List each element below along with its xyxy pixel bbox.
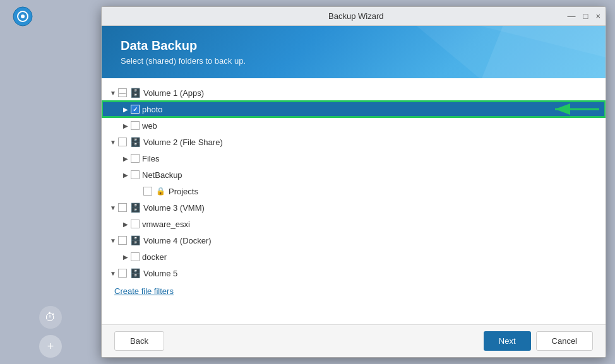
taskbar: ⏱ + (0, 0, 101, 364)
checkbox-netbackup[interactable] (131, 170, 140, 179)
checkbox-projects[interactable] (143, 187, 152, 196)
wizard-footer: Back Next Cancel (102, 324, 606, 357)
checkbox-vol3[interactable] (118, 203, 127, 212)
label-vol2: Volume 2 (File Share) (143, 138, 223, 147)
expander-vol5[interactable] (108, 268, 118, 278)
expander-web[interactable] (121, 120, 131, 131)
add-button[interactable]: + (39, 335, 62, 358)
label-netbackup: NetBackup (142, 170, 182, 180)
next-button[interactable]: Next (484, 331, 531, 351)
expander-vol4[interactable] (108, 235, 118, 245)
label-vmware: vmware_esxi (142, 220, 190, 229)
checkbox-docker[interactable] (131, 252, 140, 261)
tree-node-vol2: 🗄️ Volume 2 (File Share) (102, 134, 606, 150)
checkbox-photo[interactable] (131, 105, 140, 114)
green-arrow-annotation (546, 100, 602, 119)
cancel-button[interactable]: Cancel (536, 331, 593, 351)
label-vol1: Volume 1 (Apps) (143, 88, 204, 98)
create-file-filters-link[interactable]: Create file filters (102, 281, 606, 301)
expander-netbackup[interactable] (121, 170, 131, 180)
expander-photo[interactable] (121, 104, 131, 114)
label-projects: Projects (169, 187, 198, 196)
volume-icon-vol5: 🗄️ (129, 267, 141, 279)
volume-icon-vol2: 🗄️ (129, 136, 141, 148)
label-files: Files (142, 154, 159, 163)
close-button[interactable]: × (595, 11, 600, 21)
window-controls: — □ × (568, 11, 600, 21)
volume-icon-vol4: 🗄️ (129, 235, 141, 246)
label-photo: photo (142, 105, 163, 114)
minimize-button[interactable]: — (568, 11, 576, 21)
expander-files[interactable] (121, 153, 131, 163)
expander-vol3[interactable] (108, 203, 118, 213)
checkbox-vol4[interactable] (118, 236, 127, 245)
folder-tree[interactable]: 🗄️ Volume 1 (Apps) photo (102, 78, 606, 324)
footer-right-buttons: Next Cancel (484, 331, 593, 351)
back-button[interactable]: Back (114, 331, 164, 351)
tree-node-web[interactable]: web (102, 117, 606, 134)
tree-node-vol4: 🗄️ Volume 4 (Docker) (102, 232, 606, 249)
svg-marker-4 (480, 26, 606, 57)
expander-vmware[interactable] (121, 219, 131, 229)
history-button[interactable]: ⏱ (39, 306, 62, 329)
expander-vol2[interactable] (108, 137, 118, 147)
expander-docker[interactable] (121, 252, 131, 262)
tree-node-vmware[interactable]: vmware_esxi (102, 216, 606, 232)
wizard-header: Data Backup Select (shared) folders to b… (102, 26, 606, 78)
volume-icon-vol3: 🗄️ (129, 202, 141, 213)
tree-node-vol3: 🗄️ Volume 3 (VMM) (102, 199, 606, 216)
checkbox-vmware[interactable] (131, 220, 140, 228)
label-web: web (142, 121, 157, 131)
tree-node-photo[interactable]: photo (102, 101, 606, 117)
backup-wizard-window: Backup Wizard — □ × Data Backup Select (… (101, 6, 606, 358)
expander-vol1[interactable] (108, 88, 118, 98)
titlebar: Backup Wizard — □ × (102, 7, 606, 26)
checkbox-web[interactable] (131, 121, 140, 130)
tree-node-vol1: 🗄️ Volume 1 (Apps) (102, 85, 606, 101)
tree-node-files[interactable]: Files (102, 150, 606, 167)
wizard-title: Data Backup (121, 38, 587, 53)
checkbox-files[interactable] (131, 154, 140, 163)
label-vol3: Volume 3 (VMM) (143, 203, 205, 213)
tree-node-projects[interactable]: 🔒 Projects (102, 183, 606, 199)
checkbox-vol2[interactable] (118, 138, 127, 146)
checkbox-vol5[interactable] (118, 269, 127, 278)
tree-node-netbackup[interactable]: NetBackup (102, 167, 606, 183)
label-vol4: Volume 4 (Docker) (143, 236, 212, 245)
label-docker: docker (142, 252, 167, 262)
wizard-content: 🗄️ Volume 1 (Apps) photo (102, 78, 606, 357)
window-title: Backup Wizard (145, 11, 568, 21)
tree-node-vol5: 🗄️ Volume 5 (102, 265, 606, 281)
label-vol5: Volume 5 (143, 269, 177, 278)
wizard-subtitle: Select (shared) folders to back up. (121, 56, 587, 66)
lock-icon-projects: 🔒 (155, 185, 166, 197)
checkbox-vol1[interactable] (118, 88, 127, 97)
volume-icon-vol1: 🗄️ (129, 87, 141, 98)
maximize-button[interactable]: □ (583, 11, 588, 21)
tree-node-docker[interactable]: docker (102, 249, 606, 265)
